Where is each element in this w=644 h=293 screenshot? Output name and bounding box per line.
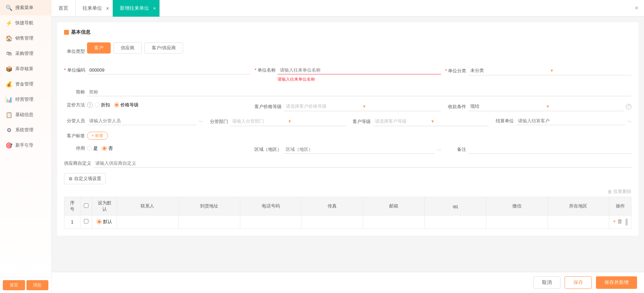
shortname-label: 简称	[64, 89, 85, 95]
chevron-down-icon3: ▼	[546, 104, 622, 108]
cell-checkbox[interactable]	[80, 215, 92, 229]
tab-contacts[interactable]: 往来单位 ×	[76, 0, 113, 17]
cell-fax[interactable]	[301, 215, 363, 229]
cell-wechat[interactable]	[486, 215, 548, 229]
region-input[interactable]	[284, 145, 435, 154]
sidebar-bottom: 首页 消息	[0, 277, 51, 293]
sidebar-item-quick-nav[interactable]: ⚡ 快捷导航	[0, 15, 51, 31]
save-button[interactable]: 保存	[565, 276, 592, 289]
col-checkbox[interactable]	[80, 197, 92, 215]
delete-row-btn[interactable]: 🗑	[617, 218, 623, 225]
unit-code-input[interactable]	[87, 66, 251, 74]
settlement-more-btn[interactable]: ···	[627, 118, 631, 124]
customer-level-select[interactable]: 请选择客户等级 ▼	[373, 117, 489, 126]
cell-address[interactable]	[178, 215, 240, 229]
radio-no[interactable]: 否	[102, 145, 113, 152]
row-checkbox[interactable]	[84, 219, 88, 223]
tab-home[interactable]: 首页	[52, 0, 76, 17]
sidebar-item-system[interactable]: ⚙ 系统管理	[0, 122, 51, 138]
tab-new-contact-close[interactable]: ×	[153, 6, 156, 11]
shortname-input[interactable]	[87, 88, 631, 96]
sidebar-item-inventory[interactable]: 📦 库存核算	[0, 61, 51, 76]
batch-delete-label[interactable]: 批量删除	[613, 188, 631, 195]
manager-more-btn[interactable]: ···	[199, 118, 203, 124]
lightning-icon: ⚡	[6, 19, 13, 26]
address-input[interactable]	[182, 219, 236, 225]
dept-field: 分管部门 请输入分管部门 ▼	[207, 117, 346, 126]
sidebar-item-finance[interactable]: 💰 资金管理	[0, 76, 51, 92]
phone-input[interactable]	[244, 219, 298, 225]
radio-discount-circle	[95, 103, 100, 107]
sidebar-home-btn[interactable]: 首页	[3, 280, 25, 290]
pricing-help-icon[interactable]: ?	[87, 102, 93, 108]
radio-discount[interactable]: 折扣	[95, 102, 110, 108]
sidebar-message-btn[interactable]: 消息	[26, 280, 49, 290]
unit-type-row: 单位类型 客户 供应商 客户/供应商	[64, 42, 631, 60]
tab-contacts-close[interactable]: ×	[106, 6, 109, 11]
list-icon: 📋	[6, 111, 13, 118]
contact-input[interactable]	[120, 219, 175, 225]
sidebar-item-guide[interactable]: 🎯 新手引导	[0, 138, 51, 153]
radio-yes[interactable]: 是	[87, 145, 98, 152]
type-btn-supplier[interactable]: 供应商	[113, 42, 142, 54]
remark-input[interactable]	[468, 145, 631, 154]
unit-name-error: 请输入往来单位名称	[277, 77, 315, 82]
unit-type-label: 单位类型	[64, 48, 85, 55]
save-new-button[interactable]: 保存并新增	[596, 276, 637, 289]
email-input[interactable]	[367, 219, 421, 225]
box-icon: 📦	[6, 65, 13, 72]
money-icon: 💰	[6, 81, 13, 88]
col-phone: 电话号码	[240, 197, 301, 215]
add-row-btn[interactable]: +	[613, 218, 616, 225]
settlement-field: 结算单位 ···	[493, 117, 632, 125]
row-unit-info: 单位编码 单位名称 请输入往来单位名称 单位分类 未分类	[64, 66, 631, 82]
payment-help-icon[interactable]: ?	[626, 104, 631, 109]
radio-no-circle	[102, 146, 107, 151]
cell-region[interactable]	[548, 215, 609, 229]
supplier-custom-input[interactable]	[93, 159, 631, 168]
region-more-btn[interactable]: ···	[437, 147, 441, 152]
unit-category-select[interactable]: 未分类 ▼	[468, 66, 631, 75]
content-area: 基本信息 单位类型 客户 供应商 客户/供应商 单位编码	[52, 17, 644, 272]
chevron-down-icon: ▼	[550, 68, 629, 73]
remark-label: 备注	[445, 146, 466, 153]
custom-settings-btn[interactable]: ⚙ 自定义项设置	[64, 173, 106, 184]
radio-price-level[interactable]: 价格等级	[114, 102, 139, 108]
cell-contact[interactable]	[117, 215, 179, 229]
cell-email[interactable]	[363, 215, 425, 229]
dept-select[interactable]: 请输入分管部门 ▼	[230, 117, 346, 126]
wechat-input[interactable]	[490, 219, 544, 225]
row-shortname: 简称	[64, 88, 631, 96]
cell-qq[interactable]	[424, 215, 486, 229]
type-btn-customer[interactable]: 客户	[87, 42, 111, 54]
select-all-checkbox[interactable]	[84, 203, 88, 208]
add-tag-btn[interactable]: + 标签	[87, 132, 108, 140]
settlement-input[interactable]	[516, 117, 626, 125]
sidebar-item-basic-info[interactable]: 📋 基础信息	[0, 107, 51, 122]
basic-info-card: 基本信息 单位类型 客户 供应商 客户/供应商 单位编码	[57, 22, 638, 236]
sidebar-item-purchase[interactable]: 🛍 采购管理	[0, 46, 51, 61]
tab-new-contact[interactable]: 新增往来单位 ×	[113, 0, 160, 17]
customer-price-label: 客户价格等级	[254, 104, 282, 110]
fax-input[interactable]	[305, 219, 359, 225]
type-btn-both[interactable]: 客户/供应商	[144, 42, 183, 54]
drag-handle[interactable]	[626, 219, 628, 226]
qq-input[interactable]	[428, 219, 482, 225]
sidebar-item-search[interactable]: 🔍 搜索菜单	[0, 0, 51, 15]
region-table-input[interactable]	[551, 219, 606, 225]
tab-bar-close-all[interactable]: ×	[629, 5, 644, 12]
region-label: 区域（地区）	[254, 146, 282, 153]
default-radio[interactable]: 默认	[96, 219, 113, 225]
unit-category-field: 单位分类 未分类 ▼	[445, 66, 631, 75]
unit-name-input[interactable]	[278, 66, 441, 74]
target-icon: 🎯	[6, 142, 13, 149]
unit-code-label: 单位编码	[64, 67, 85, 73]
sidebar-item-operation[interactable]: 📊 经营管理	[0, 92, 51, 107]
table-row: 1 默认	[64, 215, 631, 229]
sidebar-item-sales[interactable]: 🏠 销售管理	[0, 31, 51, 46]
payment-select[interactable]: 现结 ▼	[468, 102, 624, 111]
cell-phone[interactable]	[240, 215, 301, 229]
cancel-button[interactable]: 取消	[533, 276, 560, 289]
customer-price-select[interactable]: 请选择客户价格等级 ▼	[284, 102, 441, 111]
manager-input[interactable]	[87, 117, 197, 125]
